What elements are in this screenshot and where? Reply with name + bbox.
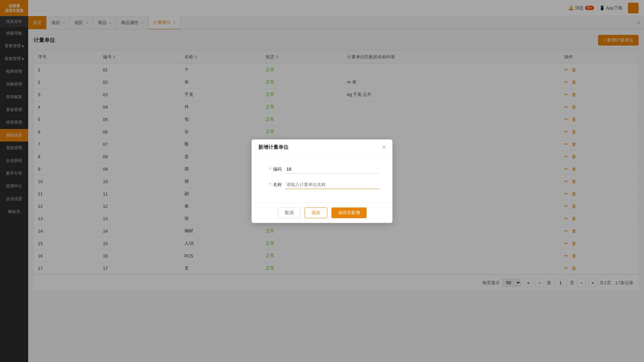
name-form-row: * 名称 [265, 180, 379, 189]
code-input[interactable] [285, 165, 379, 174]
code-form-row: * 编码 [265, 165, 379, 174]
name-required-star: * [269, 182, 271, 187]
code-label-text: 编码 [273, 167, 282, 172]
name-input[interactable] [285, 180, 379, 189]
modal-title: 新增计量单位 [258, 144, 288, 150]
modal-footer: 取消 保存 保存并新增 [252, 202, 392, 223]
modal-header: 新增计量单位 × [252, 139, 392, 156]
cancel-button[interactable]: 取消 [278, 207, 301, 218]
modal-overlay[interactable]: 新增计量单位 × * 编码 * 名称 取消 保存 保存并新增 [0, 0, 644, 362]
save-button[interactable]: 保存 [305, 207, 327, 218]
code-label: * 编码 [265, 166, 285, 172]
modal-close-button[interactable]: × [382, 144, 386, 150]
name-label-text: 名称 [273, 182, 282, 187]
add-unit-modal: 新增计量单位 × * 编码 * 名称 取消 保存 保存并新增 [252, 139, 392, 223]
required-star: * [269, 167, 271, 172]
name-label: * 名称 [265, 182, 285, 188]
modal-body: * 编码 * 名称 [252, 156, 392, 202]
save-and-new-button[interactable]: 保存并新增 [331, 207, 367, 218]
